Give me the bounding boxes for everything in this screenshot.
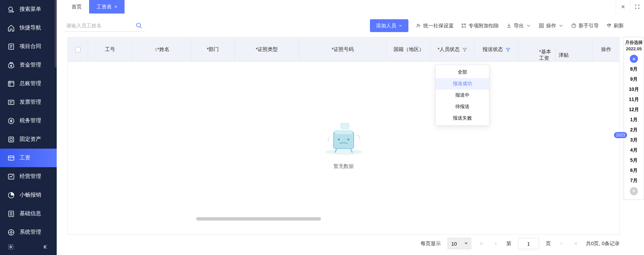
filter-option[interactable]: 报送失败 — [436, 112, 489, 124]
sidebar-item-label: 资金管理 — [20, 61, 41, 69]
svg-rect-23 — [335, 130, 352, 134]
salary-table: 工号 *姓名 *部门 *证照类型 *证照号码 国籍（地区） *人员状态 报送状态… — [68, 37, 620, 235]
sidebar-item-search-menu[interactable]: 搜索菜单 — [0, 0, 57, 19]
gear-icon[interactable] — [7, 244, 14, 250]
document-icon — [7, 43, 15, 50]
operate-button[interactable]: 操作 — [539, 23, 564, 29]
th-name[interactable]: *姓名 — [132, 37, 191, 61]
sidebar: 搜索菜单 快捷导航 项目合同 资金管理 总账管理 发票管理 税务管理 固定资产 … — [0, 0, 57, 255]
svg-point-15 — [417, 24, 419, 25]
sidebar-item-project-contract[interactable]: 项目合同 — [0, 37, 57, 56]
th-dept[interactable]: *部门 — [191, 37, 235, 61]
button-label: 统一社保设置 — [423, 23, 454, 29]
month-scroll-up-button[interactable] — [630, 55, 638, 63]
horizontal-scrollbar[interactable] — [196, 217, 321, 221]
refresh-button[interactable]: 刷新 — [606, 23, 624, 29]
filter-option[interactable]: 报送中 — [436, 90, 489, 101]
first-page-button[interactable] — [478, 241, 485, 246]
svg-rect-22 — [333, 132, 354, 149]
employee-search — [64, 20, 145, 32]
month-option[interactable]: 7月 — [630, 176, 638, 186]
sidebar-item-salary[interactable]: 工资 — [0, 149, 57, 167]
filter-icon[interactable] — [462, 47, 467, 52]
per-page-select[interactable]: 10 — [448, 238, 471, 249]
sidebar-scrollbar[interactable] — [55, 0, 57, 68]
settings-icon — [7, 229, 15, 236]
sidebar-item-basic-info[interactable]: 基础信息 — [0, 204, 57, 223]
filter-option[interactable]: 全部 — [436, 67, 489, 78]
close-icon[interactable]: × — [114, 4, 117, 9]
th-allowance[interactable]: 津贴 — [556, 49, 572, 61]
table-header: 工号 *姓名 *部门 *证照类型 *证照号码 国籍（地区） *人员状态 报送状态… — [68, 37, 619, 62]
th-doc-type[interactable]: *证照类型 — [235, 37, 299, 61]
filter-option[interactable]: 待报送 — [436, 101, 489, 112]
tab-salary-sheet[interactable]: 工资表 × — [89, 0, 125, 14]
home-icon — [7, 24, 15, 32]
add-employee-button[interactable]: 添加人员 — [370, 19, 408, 32]
select-all-checkbox[interactable] — [75, 47, 81, 52]
export-button[interactable]: 导出 — [506, 23, 531, 29]
svg-point-25 — [347, 138, 349, 141]
tab-home[interactable]: 首页 — [64, 0, 89, 14]
month-option[interactable]: 1月 — [630, 115, 638, 125]
th-id[interactable]: 工号 — [88, 37, 132, 61]
button-label: 操作 — [546, 23, 556, 29]
page-input[interactable] — [518, 238, 539, 249]
sidebar-footer — [0, 239, 57, 255]
month-option[interactable]: 4月 — [630, 145, 638, 155]
sidebar-item-expense[interactable]: 小畅报销 — [0, 186, 57, 204]
tabs-close-all-button[interactable] — [616, 0, 630, 14]
sidebar-item-tax[interactable]: 税务管理 — [0, 111, 57, 130]
month-option[interactable]: 11月 — [629, 95, 639, 105]
filter-icon[interactable] — [506, 47, 510, 52]
sidebar-item-label: 系统管理 — [20, 229, 41, 236]
sidebar-item-ledger[interactable]: 总账管理 — [0, 74, 57, 93]
social-settings-button[interactable]: 统一社保设置 — [416, 23, 454, 29]
month-option[interactable]: 3月 — [630, 135, 638, 145]
svg-rect-17 — [542, 24, 543, 25]
month-option[interactable]: 10月 — [629, 84, 639, 95]
guide-button[interactable]: 新手引导 — [571, 23, 599, 29]
sidebar-item-fund[interactable]: 资金管理 — [0, 56, 57, 74]
special-deduction-button[interactable]: 专项附加扣除 — [461, 23, 499, 29]
month-option[interactable]: 6月 — [630, 165, 638, 176]
next-page-button[interactable] — [558, 241, 565, 246]
month-panel-current: 2022.05 — [626, 46, 642, 53]
month-option[interactable]: 12月 — [629, 105, 639, 115]
sidebar-item-label: 发票管理 — [20, 99, 41, 106]
last-page-button[interactable] — [572, 241, 579, 246]
salary-icon — [7, 154, 15, 162]
month-option[interactable]: 9月 — [630, 74, 638, 84]
info-doc-icon — [7, 210, 15, 218]
svg-rect-2 — [8, 81, 14, 86]
month-scroll-down-button[interactable] — [630, 187, 638, 195]
month-option[interactable]: 5月 — [630, 155, 638, 165]
th-basic-salary[interactable]: *基本工资 — [539, 49, 556, 61]
expense-icon — [7, 192, 15, 199]
svg-point-0 — [9, 7, 12, 10]
search-icon[interactable] — [136, 22, 142, 29]
th-doc-no[interactable]: *证照号码 — [299, 37, 387, 61]
th-status[interactable]: *人员状态 — [431, 37, 475, 61]
sidebar-item-invoice[interactable]: 发票管理 — [0, 93, 57, 111]
month-picker-panel: 月份选择 2022.05 8月 9月 10月 11月 12月 1月 2月 3月 … — [624, 37, 644, 200]
th-send-status[interactable]: 报送状态 — [475, 37, 518, 61]
search-input[interactable] — [64, 20, 145, 32]
sidebar-item-quick-nav[interactable]: 快捷导航 — [0, 19, 57, 37]
month-option[interactable]: 8月 — [630, 64, 638, 74]
sidebar-item-label: 搜索菜单 — [20, 6, 41, 13]
collapse-icon[interactable] — [43, 244, 49, 250]
th-nation[interactable]: 国籍（地区） — [387, 37, 431, 61]
sort-icon[interactable] — [155, 48, 157, 52]
asset-icon — [7, 136, 15, 143]
month-option[interactable]: 2月 — [630, 125, 638, 135]
sidebar-item-operation[interactable]: 经营管理 — [0, 167, 57, 186]
filter-option[interactable]: 报送成功 — [436, 78, 489, 90]
page-suffix: 页 — [546, 240, 551, 247]
fullscreen-button[interactable] — [630, 0, 644, 14]
year-badge: 2023 — [614, 132, 627, 138]
pagination-summary: 共0页, 0条记录 — [586, 240, 620, 247]
tab-label: 工资表 — [97, 4, 112, 10]
prev-page-button[interactable] — [492, 241, 500, 246]
sidebar-item-fixed-assets[interactable]: 固定资产 — [0, 130, 57, 149]
